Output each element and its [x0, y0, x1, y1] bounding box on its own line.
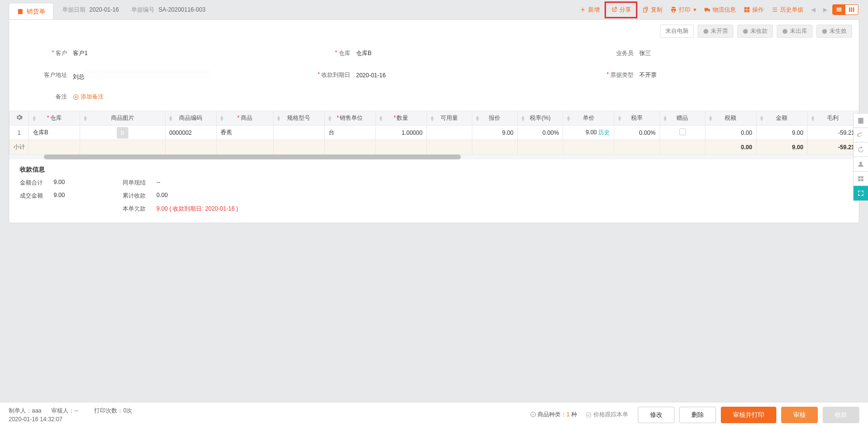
- edit-button[interactable]: 修改: [638, 407, 675, 423]
- audit-button[interactable]: 审核: [781, 407, 818, 423]
- doc-tab[interactable]: 销货单: [9, 3, 54, 19]
- row-quote[interactable]: 9.00: [472, 126, 517, 140]
- rail-refresh-button[interactable]: [854, 142, 868, 157]
- row-taxamt[interactable]: 0.00: [705, 126, 756, 140]
- rail-notes-button[interactable]: [854, 114, 868, 128]
- warehouse-value[interactable]: 仓库B: [356, 49, 372, 57]
- due-value[interactable]: 2020-01-16: [356, 72, 386, 79]
- info-icon: [782, 28, 788, 34]
- ops-button[interactable]: 操作: [741, 4, 767, 16]
- svg-text:c: c: [532, 413, 534, 416]
- rail-attach-button[interactable]: [854, 128, 868, 142]
- share-highlight: 分享: [605, 1, 637, 18]
- copy-button[interactable]: 复制: [639, 4, 665, 16]
- rows-icon: [836, 6, 842, 13]
- logistics-button[interactable]: 物流信息: [701, 4, 739, 16]
- row-qty[interactable]: 1.00000: [375, 126, 427, 140]
- share-icon: [611, 6, 618, 13]
- th-tax[interactable]: 税率: [614, 111, 660, 126]
- th-qty[interactable]: *数量: [375, 111, 427, 126]
- plus-icon: [579, 6, 586, 13]
- row-spec[interactable]: [273, 126, 324, 140]
- th-image[interactable]: 商品图片: [80, 111, 165, 126]
- row-avail[interactable]: [427, 126, 472, 140]
- gear-column[interactable]: [10, 111, 29, 126]
- line-table: *仓库 商品图片 商品编码 *商品 规格型号 *销售单位 *数量 可用量 报价 …: [9, 111, 859, 159]
- gift-checkbox[interactable]: [679, 128, 686, 135]
- view-card-button[interactable]: [845, 5, 858, 14]
- row-warehouse[interactable]: 仓库B: [29, 126, 80, 140]
- svg-point-3: [822, 29, 827, 34]
- th-trate[interactable]: 税率(%): [518, 111, 563, 126]
- row-product[interactable]: 香蕉: [216, 126, 273, 140]
- rail-expand-button[interactable]: [854, 186, 868, 200]
- bill-icon: [17, 8, 24, 15]
- print-label: 打印: [679, 6, 690, 14]
- next-doc-button[interactable]: ▶: [820, 4, 830, 15]
- doc-no-label: 单据编号: [131, 6, 154, 14]
- creator-label: 制单人：: [9, 407, 32, 414]
- th-product[interactable]: *商品: [216, 111, 273, 126]
- row-price[interactable]: 9.00 历史: [563, 126, 614, 140]
- view-detail-button[interactable]: [833, 5, 845, 14]
- row-code[interactable]: 0000002: [165, 126, 216, 140]
- add-remark-button[interactable]: 添加备注: [73, 93, 104, 101]
- row-image[interactable]: b: [80, 126, 165, 140]
- row-trate[interactable]: 0.00%: [518, 126, 563, 140]
- th-price[interactable]: 单价: [563, 111, 614, 126]
- refresh-icon: [857, 146, 865, 154]
- address-value[interactable]: 刘总: [73, 69, 210, 81]
- form-grid: *客户客户1 *仓库仓库B 业务员张三 客户地址刘总 *收款到期日2020-01…: [9, 38, 859, 111]
- price-history-link[interactable]: 历史: [598, 129, 610, 136]
- same-value: --: [156, 179, 160, 187]
- th-warehouse[interactable]: *仓库: [29, 111, 80, 126]
- follow-price-checkbox[interactable]: 价格跟踪本单: [586, 411, 628, 419]
- row-gift[interactable]: [660, 126, 705, 140]
- th-taxamt[interactable]: 税额: [705, 111, 756, 126]
- row-unit[interactable]: 台: [324, 126, 375, 140]
- th-quote[interactable]: 报价: [472, 111, 517, 126]
- salesperson-value[interactable]: 张三: [639, 49, 651, 57]
- th-amt[interactable]: 金额: [756, 111, 807, 126]
- user-icon: [857, 160, 865, 168]
- scrollbar-thumb[interactable]: [44, 155, 461, 159]
- payment-title: 收款信息: [20, 165, 848, 174]
- invoice-type-value[interactable]: 不开票: [639, 71, 657, 79]
- row-profit[interactable]: -59.21: [807, 126, 858, 140]
- history-button[interactable]: 历史单据: [769, 4, 806, 16]
- cum-value: 0.00: [156, 192, 167, 200]
- columns-icon: [848, 6, 855, 13]
- chevron-down-icon: ▾: [693, 6, 696, 13]
- grid-small-icon: [857, 175, 865, 183]
- customer-value[interactable]: 客户1: [73, 49, 88, 57]
- horizontal-scrollbar[interactable]: [9, 155, 859, 159]
- row-amt[interactable]: 9.00: [756, 126, 807, 140]
- row-tax[interactable]: 0.00%: [614, 126, 660, 140]
- creator-value: aaa: [32, 407, 41, 414]
- status-no-out: 未出库: [777, 25, 813, 38]
- info-icon: [703, 28, 709, 34]
- history-label: 历史单据: [780, 6, 803, 14]
- rail-user-button[interactable]: [854, 157, 868, 171]
- th-avail[interactable]: 可用量: [427, 111, 472, 126]
- footer-bar: 制单人：aaa 审核人：-- 打印次数：0次 2020-01-16 14:32:…: [0, 402, 868, 427]
- share-button[interactable]: 分享: [608, 4, 634, 16]
- table-row[interactable]: 1 仓库B b 0000002 香蕉 台 1.00000 9.00 0.00% …: [10, 126, 859, 140]
- debt-label: 本单欠款: [123, 205, 152, 213]
- auditor-label: 审核人：: [51, 407, 74, 414]
- status-no-invoice: 未开票: [698, 25, 733, 38]
- delete-button[interactable]: 删除: [679, 407, 716, 423]
- th-profit[interactable]: 毛利: [807, 111, 858, 126]
- audit-print-button[interactable]: 审核并打印: [721, 407, 776, 423]
- th-spec[interactable]: 规格型号: [273, 111, 324, 126]
- rail-grid-button[interactable]: [854, 171, 868, 186]
- footer-meta: 制单人：aaa 审核人：-- 打印次数：0次 2020-01-16 14:32:…: [9, 406, 132, 424]
- th-code[interactable]: 商品编码: [165, 111, 216, 126]
- print-button[interactable]: 打印 ▾: [667, 4, 699, 16]
- new-button[interactable]: 新增: [577, 4, 603, 16]
- prev-doc-button[interactable]: ◀: [808, 4, 818, 15]
- th-gift[interactable]: 赠品: [660, 111, 705, 126]
- th-unit[interactable]: *销售单位: [324, 111, 375, 126]
- due-label: 收款到期日: [321, 71, 350, 79]
- view-toggle[interactable]: [832, 4, 858, 15]
